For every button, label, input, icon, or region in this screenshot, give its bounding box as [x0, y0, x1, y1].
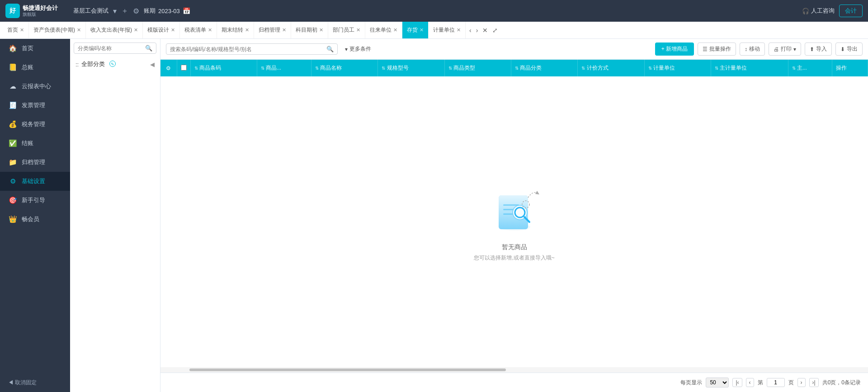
company-name[interactable]: 基层工会测试: [73, 7, 108, 15]
empty-title: 暂无商品: [502, 243, 527, 251]
col-barcode[interactable]: ⇅ 商品条码: [190, 60, 257, 76]
tab-subject[interactable]: 科目期初 ✕: [291, 22, 328, 38]
tab-contacts[interactable]: 往来单位 ✕: [365, 22, 402, 38]
tab-close-icon[interactable]: ✕: [77, 27, 81, 33]
settings-sidebar-icon: ⚙: [8, 177, 17, 185]
customer-service-btn[interactable]: 🎧 人工咨询: [802, 7, 835, 15]
print-button[interactable]: 🖨 打印 ▾: [769, 43, 801, 56]
sort-icon: ⇅: [448, 66, 452, 71]
search-icon[interactable]: 🔍: [145, 45, 152, 52]
search-bar-icon[interactable]: 🔍: [326, 46, 334, 52]
col-spec[interactable]: ⇅ 规格型号: [378, 60, 444, 76]
sort-icon: ⇅: [315, 66, 319, 71]
tab-label: 存货: [407, 26, 418, 34]
tab-label: 资产负债表(中期): [33, 26, 75, 34]
page-number-input[interactable]: [767, 378, 785, 387]
col-price-method[interactable]: ⇅ 计价方式: [578, 60, 644, 76]
sidebar-item-reports[interactable]: ☁ 云报表中心: [0, 77, 70, 96]
tab-period[interactable]: 期末结转 ✕: [217, 22, 254, 38]
sidebar-item-home[interactable]: 🏠 首页: [0, 39, 70, 58]
ledger-icon: 📒: [8, 63, 17, 71]
col-checkbox[interactable]: [177, 60, 190, 76]
tab-close-icon[interactable]: ✕: [420, 27, 424, 33]
calendar-icon[interactable]: 📅: [183, 7, 190, 14]
per-page-select[interactable]: 50 100 200: [706, 378, 729, 387]
tab-close-icon[interactable]: ✕: [208, 27, 212, 33]
select-all-checkbox[interactable]: [181, 65, 187, 71]
tab-dept[interactable]: 部门员工 ✕: [328, 22, 365, 38]
col-settings[interactable]: ⚙: [160, 60, 177, 76]
tab-unit[interactable]: 计量单位 ✕: [429, 22, 466, 38]
col-code[interactable]: ⇅ 商品...: [257, 60, 311, 76]
headset-icon: 🎧: [802, 8, 809, 14]
tab-inventory[interactable]: 存货 ✕: [402, 22, 429, 38]
sidebar-item-checkout[interactable]: ✅ 结账: [0, 134, 70, 153]
sidebar-item-archive[interactable]: 📁 归档管理: [0, 153, 70, 172]
product-search-input[interactable]: [170, 46, 324, 52]
tab-close-icon[interactable]: ✕: [319, 27, 323, 33]
sidebar-item-settings[interactable]: ⚙ 基础设置: [0, 172, 70, 191]
sidebar-item-invoice[interactable]: 🧾 发票管理: [0, 96, 70, 115]
tab-close-icon[interactable]: ✕: [457, 27, 461, 33]
logo-text: 畅捷通好会计 旗舰版: [23, 5, 58, 17]
last-page-btn[interactable]: ›|: [809, 378, 819, 387]
sidebar-item-tax[interactable]: 💰 税务管理: [0, 115, 70, 134]
col-unit[interactable]: ⇅ 计量单位: [644, 60, 711, 76]
next-page-btn[interactable]: ›: [797, 378, 806, 387]
dropdown-icon[interactable]: ▾: [113, 7, 117, 15]
first-page-btn[interactable]: |‹: [732, 378, 742, 387]
cancel-fixed-btn[interactable]: ◀ 取消固定: [0, 373, 70, 392]
settings-icon[interactable]: ⚙: [133, 7, 139, 15]
filter-button[interactable]: ▾ 更多条件: [341, 43, 375, 55]
tab-close-icon[interactable]: ✕: [171, 27, 175, 33]
tab-close-icon[interactable]: ✕: [282, 27, 286, 33]
move-button[interactable]: ↕ 移动: [740, 43, 765, 56]
print-icon: 🖨: [774, 46, 779, 52]
col-main-unit[interactable]: ⇅ 主计量单位: [711, 60, 788, 76]
sort-icon: ⇅: [792, 66, 796, 71]
batch-button[interactable]: ☰ 批量操作: [698, 43, 736, 56]
category-header[interactable]: :: 全部分类 ✎ ◀: [74, 57, 156, 71]
iam-button[interactable]: 会计: [839, 5, 863, 17]
sidebar-item-guide[interactable]: 🎯 新手引导: [0, 191, 70, 210]
prev-page-btn[interactable]: ‹: [746, 378, 754, 387]
tab-close-all-btn[interactable]: ✕: [481, 26, 490, 35]
tab-asset[interactable]: 资产负债表(中期) ✕: [29, 22, 86, 38]
tab-close-icon[interactable]: ✕: [20, 27, 24, 33]
tab-close-icon[interactable]: ✕: [356, 27, 360, 33]
add-product-button[interactable]: + 新增商品: [655, 43, 694, 56]
category-search-input[interactable]: [78, 45, 142, 52]
import-button[interactable]: ⬆ 导入: [805, 43, 832, 56]
scroll-thumb[interactable]: [189, 368, 506, 371]
tab-label: 期末结转: [222, 26, 243, 34]
add-icon[interactable]: ＋: [121, 6, 128, 16]
col-category[interactable]: ⇅ 商品分类: [511, 60, 578, 76]
category-edit-icon[interactable]: ✎: [109, 61, 116, 68]
tab-template[interactable]: 模版设计 ✕: [143, 22, 180, 38]
tab-close-icon[interactable]: ✕: [245, 27, 249, 33]
sort-icon: ⇅: [194, 66, 198, 71]
horizontal-scrollbar[interactable]: [160, 367, 868, 373]
sidebar-item-general-ledger[interactable]: 📒 总账: [0, 58, 70, 77]
tab-tax[interactable]: 税表清单 ✕: [180, 22, 217, 38]
tab-next-btn[interactable]: ›: [474, 26, 480, 35]
tab-prev-btn[interactable]: ‹: [467, 26, 473, 35]
sidebar-label: 云报表中心: [22, 82, 51, 90]
category-search-box[interactable]: 🔍: [74, 43, 156, 54]
tab-expand-btn[interactable]: ⤢: [491, 26, 500, 35]
collapse-icon[interactable]: ◀: [150, 61, 155, 68]
tab-income[interactable]: 收入支出表(年报) ✕: [86, 22, 143, 38]
tab-close-icon[interactable]: ✕: [393, 27, 397, 33]
logo-icon: 好: [5, 4, 20, 18]
tab-close-icon[interactable]: ✕: [134, 27, 138, 33]
export-button[interactable]: ⬇ 导出: [835, 43, 863, 56]
col-name[interactable]: ⇅ 商品名称: [311, 60, 378, 76]
tab-archive[interactable]: 归档管理 ✕: [254, 22, 291, 38]
tab-home[interactable]: 首页 ✕: [3, 22, 29, 38]
col-main-code[interactable]: ⇅ 主...: [788, 60, 832, 76]
tab-label: 科目期初: [296, 26, 317, 34]
product-search-bar[interactable]: 🔍: [166, 43, 338, 55]
sidebar-item-member[interactable]: 👑 畅会员: [0, 210, 70, 229]
col-type[interactable]: ⇅ 商品类型: [444, 60, 511, 76]
tab-label: 计量单位: [433, 26, 455, 34]
